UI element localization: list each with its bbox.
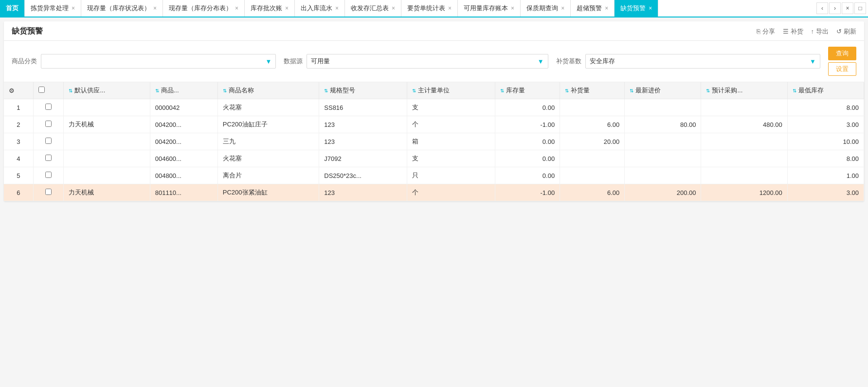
row-supplier-2: 力天机械 xyxy=(64,116,150,133)
sort-icon: ⇅ xyxy=(69,88,72,93)
tab-next-button[interactable]: › xyxy=(829,2,841,14)
row-product-code-5: 004800... xyxy=(150,167,217,184)
sort-icon: ⇅ xyxy=(793,88,796,93)
category-dropdown-icon: ▼ xyxy=(265,58,271,65)
sort-icon: ⇅ xyxy=(630,88,633,93)
col-stock[interactable]: ⇅库存量 xyxy=(495,82,560,99)
datasource-dropdown-icon: ▼ xyxy=(538,58,544,65)
tab-maximize-button[interactable]: □ xyxy=(854,2,866,14)
replenish-base-dropdown-icon: ▼ xyxy=(810,58,816,65)
col-default-supplier[interactable]: ⇅默认供应... xyxy=(64,82,150,99)
row-check-1[interactable] xyxy=(45,104,52,110)
col-est-purchase[interactable]: ⇅预计采购... xyxy=(701,82,787,99)
tab-6-close[interactable]: × xyxy=(392,5,395,12)
row-replenish-1 xyxy=(560,99,625,116)
tab-9[interactable]: 保质期查询 × xyxy=(521,0,571,17)
col-latest-price[interactable]: ⇅最新进价 xyxy=(625,82,701,99)
export-label: 导出 xyxy=(816,27,829,36)
table-settings-icon[interactable]: ⚙ xyxy=(9,87,15,94)
replenish-label: 补货 xyxy=(791,27,803,36)
tab-9-close[interactable]: × xyxy=(561,5,564,12)
tab-1[interactable]: 拣货异常处理 × xyxy=(25,0,81,17)
row-spec-3: 123 xyxy=(319,133,407,150)
query-button[interactable]: 查询 xyxy=(828,47,856,60)
row-checkbox-1[interactable] xyxy=(33,99,64,116)
tab-2-close[interactable]: × xyxy=(153,5,157,12)
tab-11-close[interactable]: × xyxy=(649,5,652,12)
row-checkbox-6[interactable] xyxy=(33,184,64,201)
sort-icon: ⇅ xyxy=(565,88,569,93)
tab-7[interactable]: 要货单统计表 × xyxy=(401,0,458,17)
tab-8-close[interactable]: × xyxy=(511,5,514,12)
row-checkbox-4[interactable] xyxy=(33,150,64,167)
col-settings[interactable]: ⚙ xyxy=(4,82,33,99)
datasource-select[interactable]: 可用量 ▼ xyxy=(307,54,548,69)
row-min-stock-6: 3.00 xyxy=(787,184,864,201)
datasource-filter-group: 数据源 可用量 ▼ xyxy=(284,54,548,69)
tab-10[interactable]: 超储预警 × xyxy=(571,0,615,17)
row-checkbox-2[interactable] xyxy=(33,116,64,133)
tab-11[interactable]: 缺货预警 × xyxy=(615,0,658,17)
sort-icon: ⇅ xyxy=(412,88,416,93)
tab-10-close[interactable]: × xyxy=(605,5,608,12)
row-checkbox-5[interactable] xyxy=(33,167,64,184)
tab-1-close[interactable]: × xyxy=(72,5,75,12)
sort-icon: ⇅ xyxy=(223,88,227,93)
tab-prev-button[interactable]: ‹ xyxy=(816,2,828,14)
tab-2[interactable]: 现存量（库存状况表） × xyxy=(81,0,163,17)
tab-3-label: 现存量（库存分布表） xyxy=(169,4,232,13)
tab-6[interactable]: 收发存汇总表 × xyxy=(345,0,401,17)
tab-7-close[interactable]: × xyxy=(448,5,452,12)
table-container: ⚙ ⇅默认供应... ⇅商品... ⇅商品名称 ⇅规格型号 xyxy=(4,82,864,201)
table-row: 6 力天机械 801110... PC200张紧油缸 123 个 -1.00 6… xyxy=(4,184,864,201)
table-row: 3 004200... 三九 123 箱 0.00 20.00 10.00 xyxy=(4,133,864,150)
share-button[interactable]: ⎘ 分享 xyxy=(757,27,775,36)
table-row: 1 0000042 火花塞 SS816 支 0.00 8.00 xyxy=(4,99,864,116)
tab-3-close[interactable]: × xyxy=(235,5,238,12)
row-check-5[interactable] xyxy=(45,172,52,178)
col-product-code[interactable]: ⇅商品... xyxy=(150,82,217,99)
row-check-2[interactable] xyxy=(45,121,52,127)
tab-11-label: 缺货预警 xyxy=(620,4,646,13)
select-all-checkbox[interactable] xyxy=(38,87,45,93)
replenish-button[interactable]: ☰ 补货 xyxy=(783,27,803,36)
tab-5-close[interactable]: × xyxy=(335,5,339,12)
col-replenish[interactable]: ⇅补货量 xyxy=(560,82,625,99)
row-min-stock-4: 8.00 xyxy=(787,150,864,167)
table-row: 2 力天机械 004200... PC200油缸庄子 123 个 -1.00 6… xyxy=(4,116,864,133)
row-replenish-6: 6.00 xyxy=(560,184,625,201)
table-header-row: ⚙ ⇅默认供应... ⇅商品... ⇅商品名称 ⇅规格型号 xyxy=(4,82,864,99)
tab-home[interactable]: 首页 xyxy=(0,0,25,17)
tab-4[interactable]: 库存批次账 × xyxy=(245,0,295,17)
row-check-4[interactable] xyxy=(45,155,52,161)
tab-close-all-button[interactable]: × xyxy=(842,2,853,14)
row-spec-6: 123 xyxy=(319,184,407,201)
col-min-stock[interactable]: ⇅最低库存 xyxy=(787,82,864,99)
row-checkbox-3[interactable] xyxy=(33,133,64,150)
row-est-purchase-3 xyxy=(701,133,787,150)
export-button[interactable]: ↑ 导出 xyxy=(811,27,829,36)
row-supplier-4 xyxy=(64,150,150,167)
col-spec[interactable]: ⇅规格型号 xyxy=(319,82,407,99)
tab-bar: 首页 拣货异常处理 × 现存量（库存状况表） × 现存量（库存分布表） × 库存… xyxy=(0,0,868,18)
datasource-value: 可用量 xyxy=(311,57,330,66)
row-est-purchase-5 xyxy=(701,167,787,184)
row-stock-6: -1.00 xyxy=(495,184,560,201)
replenish-base-select[interactable]: 安全库存 ▼ xyxy=(585,54,820,69)
row-check-3[interactable] xyxy=(45,138,52,144)
row-spec-4: J7092 xyxy=(319,150,407,167)
tab-5[interactable]: 出入库流水 × xyxy=(295,0,345,17)
tab-3[interactable]: 现存量（库存分布表） × xyxy=(163,0,245,17)
col-product-name[interactable]: ⇅商品名称 xyxy=(217,82,319,99)
row-check-6[interactable] xyxy=(45,189,52,195)
table-body: 1 0000042 火花塞 SS816 支 0.00 8.00 2 力天机械 0… xyxy=(4,99,864,201)
row-latest-price-5 xyxy=(625,167,701,184)
category-select[interactable]: ▼ xyxy=(41,54,276,69)
settings-button[interactable]: 设置 xyxy=(828,62,856,76)
tab-4-close[interactable]: × xyxy=(285,5,289,12)
row-stock-5: 0.00 xyxy=(495,167,560,184)
col-unit[interactable]: ⇅主计量单位 xyxy=(407,82,495,99)
row-est-purchase-4 xyxy=(701,150,787,167)
tab-8[interactable]: 可用量库存账本 × xyxy=(458,0,521,17)
refresh-button[interactable]: ↺ 刷新 xyxy=(836,27,856,36)
